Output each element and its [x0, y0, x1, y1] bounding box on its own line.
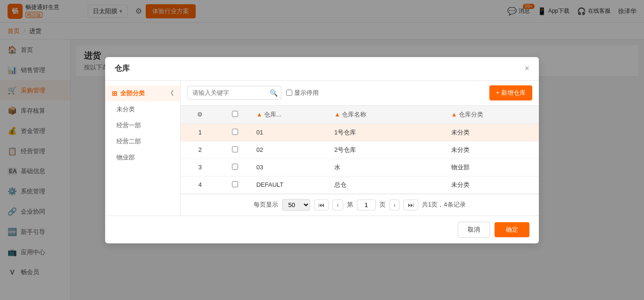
table-row[interactable]: 1 01 1号仓库 未分类: [181, 124, 539, 141]
row-num: 3: [181, 158, 220, 176]
table-body: 1 01 1号仓库 未分类 2: [181, 124, 539, 193]
row-check[interactable]: [220, 158, 251, 176]
row-checkbox[interactable]: [232, 146, 238, 152]
col-header-gear: ⚙: [181, 106, 220, 124]
modal-overlay: 仓库 × ⊞ 全部分类 《 未分类 经营一部 经营二部: [0, 0, 644, 300]
row-category: 未分类: [446, 176, 539, 193]
show-disabled-checkbox[interactable]: [286, 90, 292, 96]
total-text: 共1页，4条记录: [422, 200, 465, 209]
search-input[interactable]: [187, 86, 281, 100]
per-page-select[interactable]: 50 100 200: [282, 199, 310, 211]
warehouse-modal: 仓库 × ⊞ 全部分类 《 未分类 经营一部 经营二部: [105, 57, 539, 243]
col-header-code: ▲ 仓库...: [251, 106, 329, 124]
warehouse-data-table: ⚙ ▲ 仓库... ▲: [181, 106, 539, 194]
row-code: 01: [251, 124, 329, 141]
row-category: 未分类: [446, 124, 539, 141]
sort-icon: ▲: [256, 111, 263, 118]
category-item-property[interactable]: 物业部: [105, 150, 180, 166]
col-header-name: ▲ 仓库名称: [329, 106, 446, 124]
modal-close-button[interactable]: ×: [524, 64, 529, 74]
table-panel: 🔍 显示停用 + 新增仓库 ⚙: [181, 81, 539, 216]
show-disabled-text: 显示停用: [294, 89, 319, 97]
confirm-button[interactable]: 确定: [495, 222, 529, 237]
modal-body: ⊞ 全部分类 《 未分类 经营一部 经营二部 物业部: [105, 81, 539, 216]
row-code: DEFAULT: [251, 176, 329, 193]
prev-page-button[interactable]: ‹: [332, 200, 343, 210]
row-check[interactable]: [220, 124, 251, 141]
row-name: 水: [329, 158, 446, 176]
modal-header: 仓库 ×: [105, 57, 539, 81]
row-checkbox[interactable]: [232, 129, 238, 135]
row-category: 物业部: [446, 158, 539, 176]
row-name: 2号仓库: [329, 141, 446, 158]
row-category: 未分类: [446, 141, 539, 158]
row-name: 1号仓库: [329, 124, 446, 141]
select-all-checkbox[interactable]: [232, 111, 238, 117]
grid-icon: ⊞: [112, 90, 117, 97]
table-row[interactable]: 4 DEFAULT 总仓 未分类: [181, 176, 539, 193]
table-header-row: ⚙ ▲ 仓库... ▲: [181, 106, 539, 124]
table-toolbar: 🔍 显示停用 + 新增仓库: [181, 81, 539, 106]
category-label-property: 物业部: [116, 154, 135, 161]
category-item-none[interactable]: 未分类: [105, 101, 180, 117]
row-check[interactable]: [220, 141, 251, 158]
row-check[interactable]: [220, 176, 251, 193]
category-label-none: 未分类: [116, 106, 135, 113]
category-panel: ⊞ 全部分类 《 未分类 经营一部 经营二部 物业部: [105, 81, 181, 216]
last-page-button[interactable]: ⏭: [404, 200, 418, 210]
search-input-wrap: 🔍: [187, 86, 281, 100]
sort-icon2: ▲: [334, 111, 340, 118]
page-unit: 页: [380, 200, 386, 209]
search-icon[interactable]: 🔍: [270, 89, 278, 97]
col-header-category: ▲ 仓库分类: [446, 106, 539, 124]
add-warehouse-button[interactable]: + 新增仓库: [489, 85, 532, 100]
row-name: 总仓: [329, 176, 446, 193]
table-row[interactable]: 3 03 水 物业部: [181, 158, 539, 176]
row-num: 1: [181, 124, 220, 141]
page-number-input[interactable]: [357, 200, 376, 210]
next-page-button[interactable]: ›: [389, 200, 400, 210]
gear-icon: ⚙: [197, 111, 203, 118]
category-item-dept1[interactable]: 经营一部: [105, 117, 180, 133]
cancel-button[interactable]: 取消: [458, 222, 490, 238]
row-num: 4: [181, 176, 220, 193]
modal-footer: 取消 确定: [105, 216, 539, 243]
modal-title: 仓库: [115, 64, 130, 74]
per-page-label: 每页显示: [254, 200, 278, 209]
col-header-check: [220, 106, 251, 124]
collapse-icon[interactable]: 《: [167, 89, 173, 98]
pagination-bar: 每页显示 50 100 200 ⏮ ‹ 第 页 › ⏭ 共1页，4条记录: [181, 194, 539, 216]
first-page-button[interactable]: ⏮: [314, 200, 329, 210]
category-item-dept2[interactable]: 经营二部: [105, 133, 180, 150]
warehouse-table: ⚙ ▲ 仓库... ▲: [181, 106, 539, 194]
category-all-label: 全部分类: [120, 89, 145, 98]
row-code: 02: [251, 141, 329, 158]
page-label: 第: [347, 200, 353, 209]
row-checkbox[interactable]: [232, 164, 238, 170]
row-code: 03: [251, 158, 329, 176]
category-label-dept1: 经营一部: [116, 122, 141, 129]
sort-icon3: ▲: [451, 111, 457, 118]
show-disabled-label[interactable]: 显示停用: [286, 89, 319, 97]
row-checkbox[interactable]: [232, 181, 238, 187]
row-num: 2: [181, 141, 220, 158]
table-row[interactable]: 2 02 2号仓库 未分类: [181, 141, 539, 158]
category-all[interactable]: ⊞ 全部分类 《: [105, 85, 180, 101]
category-label-dept2: 经营二部: [116, 138, 141, 145]
